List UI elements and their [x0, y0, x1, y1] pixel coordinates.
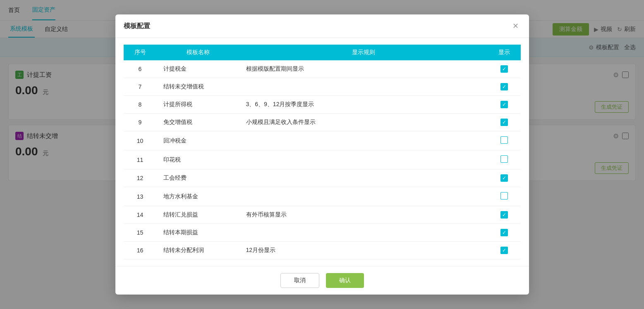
- cell-rule: [239, 150, 488, 169]
- row-checkbox-6[interactable]: [500, 65, 508, 73]
- row-checkbox-11[interactable]: [500, 155, 508, 163]
- cell-id: 10: [124, 131, 157, 150]
- dialog-footer: 取消 确认: [115, 266, 529, 295]
- cell-id: 14: [124, 206, 157, 224]
- cell-checkbox[interactable]: [488, 224, 521, 242]
- cell-rule: 12月份显示: [239, 242, 488, 259]
- cell-rule: [239, 78, 488, 96]
- cell-name: 结转未分配利润: [157, 242, 239, 259]
- cell-name: 结转本期损益: [157, 224, 239, 242]
- dialog-template-config: 模板配置 ✕ 序号 模板名称 显示规则 显示 6计提税金根据模版配置期间显: [115, 14, 529, 295]
- row-checkbox-14[interactable]: [500, 211, 508, 219]
- row-checkbox-13[interactable]: [500, 192, 508, 200]
- table-row: 13地方水利基金: [124, 187, 521, 206]
- cell-rule: [239, 224, 488, 242]
- cell-rule: [239, 187, 488, 206]
- cell-checkbox[interactable]: [488, 114, 521, 131]
- row-checkbox-9[interactable]: [500, 119, 508, 126]
- col-header-rule: 显示规则: [239, 45, 488, 60]
- table-row: 9免交增值税小规模且满足收入条件显示: [124, 114, 521, 131]
- cancel-button[interactable]: 取消: [280, 273, 319, 288]
- modal-overlay: 模板配置 ✕ 序号 模板名称 显示规则 显示 6计提税金根据模版配置期间显: [0, 0, 644, 309]
- cell-rule: [239, 131, 488, 150]
- dialog-body: 序号 模板名称 显示规则 显示 6计提税金根据模版配置期间显示7结转未交增值税8…: [115, 38, 529, 266]
- col-header-id: 序号: [124, 45, 157, 60]
- table-row: 14结转汇兑损益有外币核算显示: [124, 206, 521, 224]
- cell-checkbox[interactable]: [488, 206, 521, 224]
- cell-id: 8: [124, 96, 157, 114]
- cell-id: 9: [124, 114, 157, 131]
- cell-id: 15: [124, 224, 157, 242]
- cell-id: 12: [124, 169, 157, 187]
- table-row: 12工会经费: [124, 169, 521, 187]
- cell-id: 7: [124, 78, 157, 96]
- cell-name: 结转汇兑损益: [157, 206, 239, 224]
- cell-id: 13: [124, 187, 157, 206]
- cell-checkbox[interactable]: [488, 60, 521, 78]
- cell-name: 计提税金: [157, 60, 239, 78]
- cell-id: 16: [124, 242, 157, 259]
- cell-name: 地方水利基金: [157, 187, 239, 206]
- table-row: 8计提所得税3、6、9、12月按季度显示: [124, 96, 521, 114]
- cell-checkbox[interactable]: [488, 96, 521, 114]
- table-row: 6计提税金根据模版配置期间显示: [124, 60, 521, 78]
- cell-checkbox[interactable]: [488, 242, 521, 259]
- cell-checkbox[interactable]: [488, 187, 521, 206]
- confirm-button[interactable]: 确认: [326, 273, 364, 288]
- template-table: 序号 模板名称 显示规则 显示 6计提税金根据模版配置期间显示7结转未交增值税8…: [124, 45, 521, 259]
- cell-name: 印花税: [157, 150, 239, 169]
- table-row: 11印花税: [124, 150, 521, 169]
- row-checkbox-12[interactable]: [500, 174, 508, 182]
- cell-name: 计提所得税: [157, 96, 239, 114]
- cell-rule: 小规模且满足收入条件显示: [239, 114, 488, 131]
- table-row: 10回冲税金: [124, 131, 521, 150]
- cell-checkbox[interactable]: [488, 131, 521, 150]
- cell-rule: 3、6、9、12月按季度显示: [239, 96, 488, 114]
- table-row: 16结转未分配利润12月份显示: [124, 242, 521, 259]
- row-checkbox-7[interactable]: [500, 83, 508, 90]
- dialog-title: 模板配置: [124, 22, 150, 31]
- cell-name: 免交增值税: [157, 114, 239, 131]
- cell-id: 6: [124, 60, 157, 78]
- cell-checkbox[interactable]: [488, 78, 521, 96]
- cell-rule: 有外币核算显示: [239, 206, 488, 224]
- cell-checkbox[interactable]: [488, 169, 521, 187]
- table-row: 7结转未交增值税: [124, 78, 521, 96]
- cell-checkbox[interactable]: [488, 150, 521, 169]
- cell-rule: [239, 169, 488, 187]
- table-row: 15结转本期损益: [124, 224, 521, 242]
- dialog-close-button[interactable]: ✕: [511, 21, 521, 31]
- col-header-name: 模板名称: [157, 45, 239, 60]
- dialog-header: 模板配置 ✕: [115, 14, 529, 38]
- row-checkbox-10[interactable]: [500, 136, 508, 144]
- row-checkbox-15[interactable]: [500, 229, 508, 236]
- row-checkbox-16[interactable]: [500, 247, 508, 254]
- col-header-display: 显示: [488, 45, 521, 60]
- cell-name: 结转未交增值税: [157, 78, 239, 96]
- row-checkbox-8[interactable]: [500, 101, 508, 108]
- cell-rule: 根据模版配置期间显示: [239, 60, 488, 78]
- cell-name: 工会经费: [157, 169, 239, 187]
- cell-id: 11: [124, 150, 157, 169]
- dialog-scroll-area[interactable]: 序号 模板名称 显示规则 显示 6计提税金根据模版配置期间显示7结转未交增值税8…: [124, 45, 521, 259]
- cell-name: 回冲税金: [157, 131, 239, 150]
